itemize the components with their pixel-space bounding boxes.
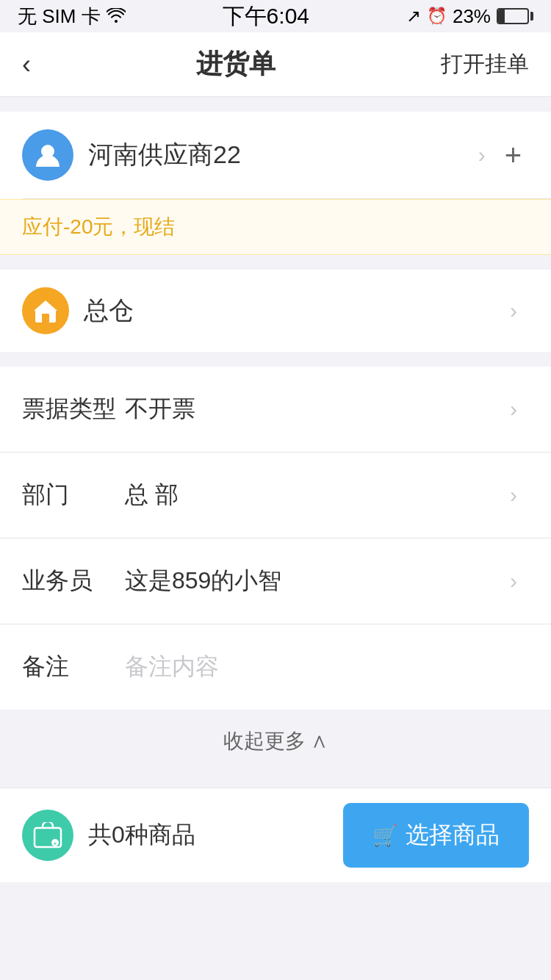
- collapse-text: 收起更多 ∧: [223, 729, 328, 752]
- section-gap-1: [0, 97, 551, 112]
- main-content: 河南供应商22 › + 应付-20元，现结 总仓 › 票据类型 不开票: [0, 97, 551, 980]
- salesperson-label: 业务员: [22, 565, 125, 597]
- department-row[interactable]: 部门 总 部 ›: [0, 453, 551, 538]
- salesperson-chevron-icon: ›: [510, 569, 517, 594]
- department-value: 总 部: [125, 479, 510, 511]
- section-gap-4: [0, 773, 551, 788]
- battery-indicator: [497, 8, 533, 24]
- svg-marker-2: [34, 300, 57, 311]
- warehouse-name: 总仓: [84, 294, 510, 328]
- select-product-button[interactable]: 🛒 选择商品: [343, 803, 529, 868]
- location-icon: ↗: [406, 6, 421, 26]
- wifi-icon: [107, 5, 126, 28]
- supplier-name: 河南供应商22: [88, 138, 478, 172]
- cart-icon: 🛒: [372, 824, 398, 848]
- invoice-type-label: 票据类型: [22, 393, 125, 425]
- remark-label: 备注: [22, 651, 125, 683]
- invoice-chevron-icon: ›: [510, 397, 517, 422]
- supplier-avatar: [22, 129, 73, 181]
- status-right: ↗ ⏰ 23%: [406, 5, 533, 28]
- product-count: 共0种商品: [88, 819, 343, 851]
- warehouse-chevron-icon: ›: [510, 298, 517, 323]
- collapse-bar[interactable]: 收起更多 ∧: [0, 710, 551, 773]
- supplier-chevron-icon: ›: [478, 143, 486, 167]
- supplier-row[interactable]: 河南供应商22 › +: [0, 112, 551, 198]
- alarm-icon: ⏰: [427, 7, 447, 26]
- department-chevron-icon: ›: [510, 483, 517, 508]
- department-label: 部门: [22, 479, 125, 511]
- svg-rect-3: [42, 314, 49, 323]
- notice-bar: 应付-20元，现结: [0, 199, 551, 255]
- notice-text: 应付-20元，现结: [22, 215, 175, 238]
- warehouse-icon: [22, 287, 69, 334]
- salesperson-value: 这是859的小智: [125, 565, 510, 597]
- section-gap-2: [0, 255, 551, 270]
- open-pending-button[interactable]: 打开挂单: [441, 49, 529, 79]
- remark-input[interactable]: 备注内容: [125, 651, 529, 683]
- form-section: 票据类型 不开票 › 部门 总 部 › 业务员 这是859的小智 › 备注 备注…: [0, 367, 551, 710]
- status-left: 无 SIM 卡: [18, 4, 126, 29]
- select-btn-label: 选择商品: [406, 819, 500, 851]
- add-supplier-button[interactable]: +: [497, 139, 529, 172]
- svg-text:+: +: [54, 840, 57, 847]
- page-title: 进货单: [196, 46, 276, 82]
- invoice-type-row[interactable]: 票据类型 不开票 ›: [0, 367, 551, 453]
- nav-bar: ‹ 进货单 打开挂单: [0, 32, 551, 97]
- salesperson-row[interactable]: 业务员 这是859的小智 ›: [0, 538, 551, 624]
- bottom-bar: + 共0种商品 🛒 选择商品: [0, 788, 551, 882]
- remark-row[interactable]: 备注 备注内容: [0, 624, 551, 710]
- back-button[interactable]: ‹: [22, 49, 31, 80]
- warehouse-row[interactable]: 总仓 ›: [0, 270, 551, 352]
- status-bar: 无 SIM 卡 下午6:04 ↗ ⏰ 23%: [0, 0, 551, 32]
- carrier-text: 无 SIM 卡: [18, 4, 101, 29]
- battery-percentage: 23%: [453, 5, 491, 28]
- status-time: 下午6:04: [223, 1, 309, 32]
- supplier-section: 河南供应商22 › + 应付-20元，现结: [0, 112, 551, 255]
- product-icon-wrap: +: [22, 810, 73, 861]
- invoice-type-value: 不开票: [125, 393, 510, 425]
- section-gap-3: [0, 352, 551, 367]
